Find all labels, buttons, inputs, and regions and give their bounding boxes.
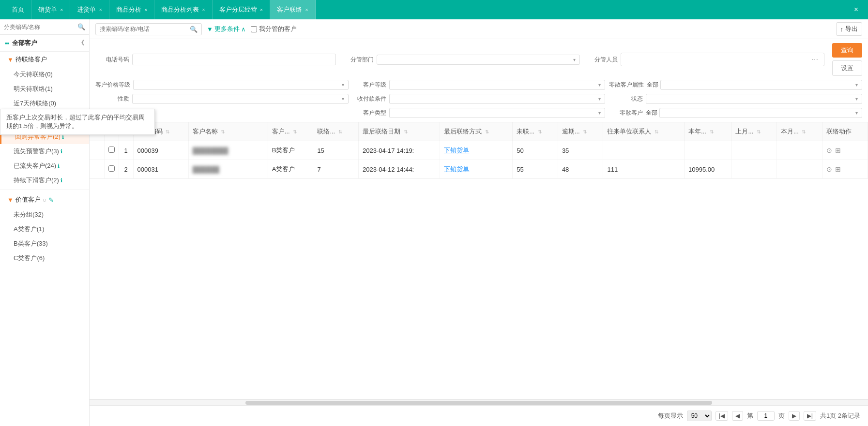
status-select[interactable]: ▾ xyxy=(646,94,862,104)
nav-tab-sales[interactable]: 销货单 × xyxy=(31,0,70,19)
last-page-button[interactable]: ▶| xyxy=(804,411,816,421)
edit-icon[interactable]: ✎ xyxy=(48,196,54,204)
link-icon[interactable]: ⊙ xyxy=(826,165,832,173)
close-icon[interactable]: × xyxy=(305,7,308,13)
scroll-thumb[interactable] xyxy=(245,401,713,405)
sidebar-item-declining[interactable]: 持续下滑客户(2) ℹ xyxy=(0,173,89,188)
close-icon[interactable]: × xyxy=(144,7,147,13)
export-button[interactable]: ↑ 导出 xyxy=(836,22,863,36)
th-last-month[interactable]: 上月... ⇅ xyxy=(731,122,777,141)
my-customers-toggle[interactable]: 我分管的客户 xyxy=(251,25,297,33)
search-icon[interactable]: 🔍 xyxy=(190,26,198,33)
sort-icon[interactable]: ⇅ xyxy=(293,129,297,134)
sort-icon[interactable]: ⇅ xyxy=(757,129,761,134)
row-checkbox[interactable] xyxy=(108,165,115,172)
td-type-1: B类客户 xyxy=(268,141,313,160)
first-page-button[interactable]: |◀ xyxy=(716,411,728,421)
sort-icon[interactable]: ⇅ xyxy=(338,129,342,134)
th-unreached[interactable]: 未联... ⇅ xyxy=(513,122,558,141)
retail-attr-select[interactable]: ▾ xyxy=(660,80,862,90)
th-customer-name[interactable]: 客户名称 ⇅ xyxy=(188,122,268,141)
last-method-link[interactable]: 下销货单 xyxy=(444,147,469,154)
horizontal-scrollbar[interactable] xyxy=(90,399,868,405)
nav-tab-product-analysis[interactable]: 商品分析 × xyxy=(109,0,154,19)
sort-icon[interactable]: ⇅ xyxy=(583,129,587,134)
th-unit-contact[interactable]: 往来单位联系人 ⇅ xyxy=(603,122,685,141)
sort-icon[interactable]: ⇅ xyxy=(710,129,714,134)
page-number-input[interactable] xyxy=(757,411,775,421)
th-this-year[interactable]: 本年... ⇅ xyxy=(685,122,731,141)
sort-icon[interactable]: ⇅ xyxy=(485,129,489,134)
info-icon[interactable]: ℹ xyxy=(58,163,60,169)
sidebar-all-customers[interactable]: ▪▪ 全部客户 《 xyxy=(0,35,89,52)
sort-icon[interactable]: ⇅ xyxy=(166,129,169,134)
sidebar-group-pending-contact[interactable]: ▼ 待联络客户 xyxy=(0,52,89,67)
td-checkbox-1[interactable] xyxy=(104,141,119,160)
next-page-button[interactable]: ▶ xyxy=(789,411,800,421)
nav-tab-purchase[interactable]: 进货单 × xyxy=(70,0,109,19)
close-icon[interactable]: × xyxy=(60,7,63,13)
qr-icon[interactable]: ⊞ xyxy=(835,165,841,173)
customer-name-blurred: ██████ xyxy=(193,166,219,173)
settings-button[interactable]: 设置 xyxy=(832,60,862,76)
collapse-icon[interactable]: 《 xyxy=(78,39,84,47)
sidebar-item-class-a[interactable]: A类客户(1) xyxy=(0,222,89,236)
person-select[interactable]: ··· xyxy=(621,53,824,66)
th-customer-type[interactable]: 客户... ⇅ xyxy=(268,122,313,141)
window-close-button[interactable]: × xyxy=(849,5,863,14)
customer-type-select[interactable]: ▾ xyxy=(389,108,606,118)
info-icon[interactable]: ℹ xyxy=(61,148,62,155)
nav-tab-home[interactable]: 首页 xyxy=(5,0,31,19)
more-conditions-button[interactable]: ▼ 更多条件 ∧ xyxy=(207,25,246,33)
sidebar-search-input[interactable] xyxy=(4,24,77,30)
sort-icon[interactable]: ⇅ xyxy=(802,129,806,134)
sidebar-item-churned[interactable]: 已流失客户(24) ℹ xyxy=(0,159,89,173)
link-icon[interactable]: ⊙ xyxy=(826,147,832,154)
th-last-date[interactable]: 最后联络日期 ⇅ xyxy=(358,122,440,141)
close-icon[interactable]: × xyxy=(260,7,263,13)
close-icon[interactable]: × xyxy=(99,7,102,13)
nav-tab-customer-contact[interactable]: 客户联络 × xyxy=(270,0,315,19)
close-icon[interactable]: × xyxy=(202,7,205,13)
sort-icon[interactable]: ⇅ xyxy=(404,129,408,134)
td-last-method-2[interactable]: 下销货单 xyxy=(440,160,513,179)
prev-page-button[interactable]: ◀ xyxy=(732,411,743,421)
nav-tab-customer-segment[interactable]: 客户分层经营 × xyxy=(213,0,270,19)
th-overdue[interactable]: 逾期... ⇅ xyxy=(558,122,603,141)
my-customers-checkbox[interactable] xyxy=(251,26,257,32)
th-contacts[interactable]: 联络... ⇅ xyxy=(313,122,359,141)
row-checkbox[interactable] xyxy=(108,147,115,153)
dots-icon[interactable]: ··· xyxy=(810,55,820,64)
sort-icon[interactable]: ⇅ xyxy=(221,129,225,134)
sidebar-item-class-c[interactable]: C类客户(6) xyxy=(0,251,89,265)
search-input[interactable] xyxy=(100,26,190,32)
price-grade-select[interactable]: ▾ xyxy=(133,80,349,90)
phone-input[interactable] xyxy=(132,54,336,65)
qr-icon[interactable]: ⊞ xyxy=(835,147,841,154)
td-checkbox-2[interactable] xyxy=(104,160,119,179)
per-page-select[interactable]: 50 100 200 xyxy=(687,411,712,421)
sidebar-item-unclassified[interactable]: 未分组(32) xyxy=(0,207,89,222)
sort-icon[interactable]: ⇅ xyxy=(538,129,542,134)
td-last-method-1[interactable]: 下销货单 xyxy=(440,141,513,160)
sidebar-item-today-pending[interactable]: 今天待联络(0) xyxy=(0,67,89,82)
search-icon[interactable]: 🔍 xyxy=(77,23,85,30)
filter-cell-customer-type: 客户类型 ▾ xyxy=(352,108,606,118)
nature-label: 性质 xyxy=(95,95,129,103)
customer-grade-select[interactable]: ▾ xyxy=(389,80,606,90)
retail-customer-select[interactable]: ▾ xyxy=(659,108,862,118)
th-this-month[interactable]: 本月... ⇅ xyxy=(777,122,822,141)
sort-icon[interactable]: ⇅ xyxy=(655,129,658,134)
sidebar-item-churn-warning[interactable]: 流失预警客户(3) ℹ xyxy=(0,144,89,159)
last-method-link[interactable]: 下销货单 xyxy=(444,165,469,173)
dept-select[interactable]: ▾ xyxy=(377,55,580,65)
query-button[interactable]: 查询 xyxy=(832,43,862,58)
sidebar-group-value-customers[interactable]: ▼ 价值客户 ○ ✎ xyxy=(0,192,89,207)
nature-select[interactable]: ▾ xyxy=(132,94,349,104)
nav-tab-product-list[interactable]: 商品分析列表 × xyxy=(154,0,212,19)
info-icon[interactable]: ℹ xyxy=(61,177,62,184)
th-last-method[interactable]: 最后联络方式 ⇅ xyxy=(440,122,513,141)
payment-select[interactable]: ▾ xyxy=(389,94,606,104)
sidebar-item-class-b[interactable]: B类客户(33) xyxy=(0,236,89,251)
sidebar-item-tomorrow-pending[interactable]: 明天待联络(1) xyxy=(0,82,89,96)
